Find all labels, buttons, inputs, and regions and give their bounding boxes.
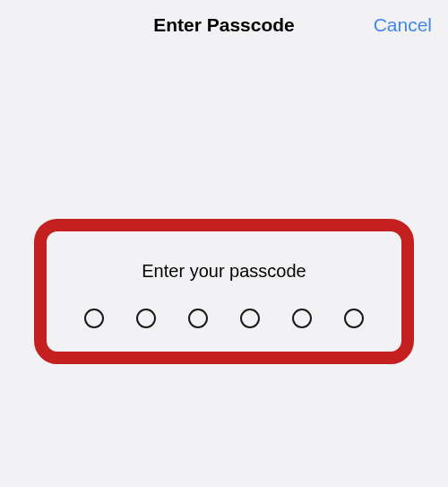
passcode-prompt: Enter your passcode — [142, 261, 306, 282]
passcode-input[interactable] — [84, 309, 364, 328]
passcode-dot — [292, 309, 312, 328]
passcode-highlight-box: Enter your passcode — [34, 219, 414, 364]
page-title: Enter Passcode — [153, 14, 295, 36]
header-bar: Enter Passcode Cancel — [0, 0, 448, 50]
cancel-button[interactable]: Cancel — [374, 14, 432, 36]
passcode-dot — [84, 309, 104, 328]
passcode-dot — [188, 309, 208, 328]
passcode-dot — [136, 309, 156, 328]
passcode-dot — [344, 309, 364, 328]
passcode-dot — [240, 309, 260, 328]
